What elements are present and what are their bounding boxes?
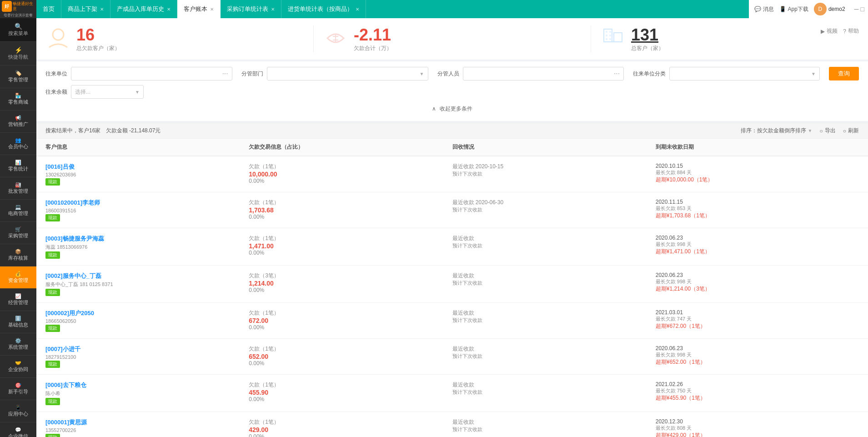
customer-tag-2: 现款 (45, 251, 60, 259)
sidebar-item-basic[interactable]: ℹ️ 基础信息 (0, 311, 36, 333)
overdue-amount-4[interactable]: 超期¥672.00（1笔） (656, 322, 859, 330)
overdue-amount-7[interactable]: 超期¥429.00（1笔） (656, 432, 859, 437)
svg-rect-5 (609, 31, 611, 33)
customer-id-5[interactable]: [0007]小进千 (45, 345, 249, 353)
recent-date-1: 最近收款 2020-06-30 (452, 199, 656, 206)
sidebar-item-guide[interactable]: 🎯 新手引导 (0, 378, 36, 400)
sidebar-item-inventory[interactable]: 📦 库存核算 (0, 244, 36, 266)
debt-note-4: 欠款（1笔） (249, 309, 452, 317)
tab-merchandise[interactable]: 商品上下架 ✕ (61, 0, 110, 18)
sidebar-item-operations[interactable]: 📈 经营管理 (0, 289, 36, 311)
collapse-button[interactable]: ∧ 收起更多条件 (45, 102, 859, 116)
sidebar-item-purchase[interactable]: 🛒 采购管理 (0, 222, 36, 244)
tab-customer-account[interactable]: 客户账本 ✕ (177, 0, 221, 18)
table-row: [0016]吕俊 13026203696 现款 欠款（1笔） 10,000.00… (36, 156, 868, 192)
balance-chevron: ▼ (135, 90, 140, 95)
sidebar-item-retail-stats[interactable]: 📊 零售统计 (0, 155, 36, 177)
maximize-icon[interactable]: □ (861, 5, 864, 13)
sidebar-item-retail-mall[interactable]: 🏪 零售商城 (0, 88, 36, 111)
debt-info-0: 欠款（1笔） 10,000.00 0.00% (249, 163, 452, 184)
operations-icon: 📈 (2, 293, 35, 299)
tab-close-customer[interactable]: ✕ (210, 7, 214, 12)
customer-info-3: [0002]服务中心_丁磊 服务中心_丁磊 181 0125 8371 现款 (45, 272, 249, 296)
tab-close-goods[interactable]: ✕ (356, 7, 359, 12)
recent-date-7: 最近收款 (452, 418, 656, 426)
customer-id-4[interactable]: [000002]用户2050 (45, 309, 249, 317)
sidebar-item-wechat[interactable]: 💬 企业微信 (0, 422, 36, 437)
recovery-info-7: 最近收款 预计下次收款 (452, 418, 656, 433)
overdue-amount-2[interactable]: 超期¥1,471.00（1笔） (656, 248, 859, 256)
sidebar-item-wholesale[interactable]: 🏭 批发管理 (0, 177, 36, 200)
message-button[interactable]: 💬 消息 (754, 5, 774, 13)
predict-7: 预计下次收款 (452, 426, 656, 433)
customer-tag-6: 现款 (45, 398, 60, 405)
help-button[interactable]: ? 帮助 (843, 27, 859, 35)
retail-mgmt-icon: 🏷️ (2, 70, 35, 76)
sidebar-item-system[interactable]: ⚙️ 系统管理 (0, 333, 36, 356)
dept-label: 分管部门 (241, 70, 263, 78)
tab-home[interactable]: 首页 (36, 0, 61, 18)
source-unit-input[interactable]: ··· (71, 67, 232, 80)
sidebar-item-collab[interactable]: 🤝 企业协同 (0, 356, 36, 378)
customer-info-0: [0016]吕俊 13026203696 现款 (45, 163, 249, 186)
search-button[interactable]: 查询 (829, 67, 859, 80)
view-video-button[interactable]: ▶ 视频 (821, 27, 838, 35)
customer-id-0[interactable]: [0016]吕俊 (45, 163, 249, 171)
quick-nav[interactable]: ⚡ 快捷导航 (0, 42, 36, 65)
recovery-info-0: 最近收款 2020-10-15 预计下次收款 (452, 163, 656, 177)
tab-purchase-goods[interactable]: 进货单统计表（按商品） ✕ (281, 0, 366, 18)
unit-classify-chevron: ▼ (811, 71, 816, 76)
tab-close-production[interactable]: ✕ (167, 7, 171, 12)
app-subtitle: 母婴行业演示套餐 (4, 13, 33, 18)
due-date-info-0: 2020.10.15 最长欠款 884 天 超期¥10,000.00（1笔） (656, 163, 859, 184)
recovery-info-2: 最近收款 预计下次收款 (452, 235, 656, 249)
due-date-2: 2020.06.23 (656, 235, 859, 241)
overdue-amount-3[interactable]: 超期¥1,214.00（3笔） (656, 285, 859, 293)
balance-label: 往来余额 (45, 88, 67, 96)
unit-classify-select[interactable]: ▼ (669, 67, 820, 80)
dept-select[interactable]: ▼ (267, 67, 428, 80)
debt-icon (323, 25, 348, 52)
tab-production[interactable]: 产成品入库单历史 ✕ (110, 0, 177, 18)
tab-close-purchase[interactable]: ✕ (271, 7, 275, 12)
sidebar-item-marketing[interactable]: 📢 营销推广 (0, 111, 36, 133)
sidebar-item-member[interactable]: 👥 会员中心 (0, 133, 36, 155)
refresh-button[interactable]: ○ 刷新 (843, 127, 859, 135)
debt-info-4: 欠款（1笔） 672.00 0.00% (249, 309, 452, 331)
customer-id-3[interactable]: [0002]服务中心_丁磊 (45, 272, 249, 280)
sidebar-item-retail-mgmt[interactable]: 🏷️ 零售管理 (0, 65, 36, 88)
overdue-amount-0[interactable]: 超期¥10,000.00（1笔） (656, 176, 859, 184)
customer-info-6: [0006]去下粮仓 陈小希 现款 (45, 381, 249, 405)
overdue-amount-5[interactable]: 超期¥652.00（1笔） (656, 358, 859, 366)
debt-ratio-6: 0.00% (249, 396, 452, 402)
overdue-amount-1[interactable]: 超期¥1,703.68（1笔） (656, 212, 859, 220)
export-button[interactable]: ○ 导出 (820, 127, 836, 135)
customer-tag-0: 现款 (45, 178, 60, 186)
predict-6: 预计下次收款 (452, 389, 656, 396)
customer-id-1[interactable]: [0001020001]李老师 (45, 199, 249, 207)
customer-id-2[interactable]: [0003]畅捷服务尹海蕊 (45, 235, 249, 243)
overdue-amount-6[interactable]: 超期¥455.90（1笔） (656, 394, 859, 402)
recovery-info-6: 最近收款 预计下次收款 (452, 381, 656, 396)
overdue-days-5: 最长欠款 998 天 (656, 352, 859, 358)
tab-close-merchandise[interactable]: ✕ (100, 7, 104, 12)
sidebar-item-appstore[interactable]: 📱 应用中心 (0, 400, 36, 422)
sidebar-item-ecommerce[interactable]: 💻 电商管理 (0, 200, 36, 222)
user-avatar[interactable]: D demo2 (814, 3, 845, 15)
customer-id-6[interactable]: [0006]去下粮仓 (45, 381, 249, 389)
person-input[interactable]: ··· (463, 67, 624, 80)
table-row: [0002]服务中心_丁磊 服务中心_丁磊 181 0125 8371 现款 欠… (36, 266, 868, 303)
search-menu[interactable]: 🔍 搜索菜单 (0, 18, 36, 42)
debt-note-6: 欠款（1笔） (249, 381, 452, 389)
sidebar-item-finance[interactable]: 💰 资金管理 (0, 266, 36, 289)
avatar-image: D (814, 3, 827, 15)
customer-id-7[interactable]: [000001]黄思源 (45, 418, 249, 427)
inventory-icon: 📦 (2, 249, 35, 255)
system-icon: ⚙️ (2, 338, 35, 344)
tab-purchase-stats[interactable]: 采购订单统计表 ✕ (221, 0, 281, 18)
balance-select[interactable]: 选择... ▼ (71, 85, 144, 99)
minimize-icon[interactable]: ─ (854, 5, 859, 13)
app-download-button[interactable]: 📱 App下载 (779, 5, 808, 13)
wechat-icon: 💬 (2, 427, 35, 433)
unit-classify-label: 往来单位分类 (633, 70, 666, 78)
